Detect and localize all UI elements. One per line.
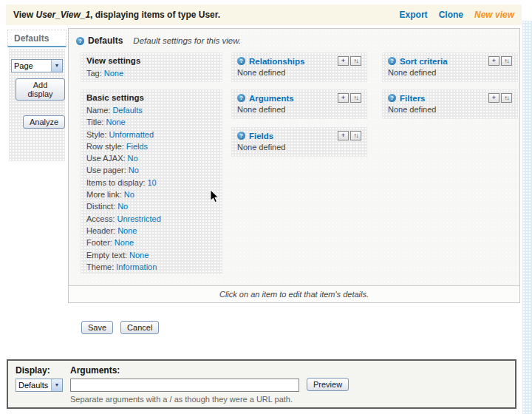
setting-row: Style:Unformatted bbox=[86, 129, 216, 140]
fields-empty-text: None defined bbox=[237, 143, 361, 152]
display-settings-title: Defaults bbox=[88, 35, 123, 46]
sort-criteria-bucket: ? Sort criteria + ↑↓ None defined bbox=[382, 52, 518, 82]
add-icon[interactable]: + bbox=[488, 56, 499, 66]
setting-value-link[interactable]: No bbox=[129, 166, 139, 174]
relationships-empty-text: None defined bbox=[237, 68, 361, 77]
setting-label: Theme: bbox=[86, 262, 114, 271]
setting-value-link[interactable]: Unrestricted bbox=[117, 214, 161, 223]
setting-value-link[interactable]: None bbox=[129, 251, 149, 259]
preview-panel: Display: Defaults ▼ Arguments: Preview S… bbox=[7, 359, 516, 409]
display-settings-subtitle: Default settings for this view. bbox=[133, 36, 241, 45]
setting-value-link[interactable]: None bbox=[117, 226, 137, 235]
setting-label: Header: bbox=[86, 226, 115, 235]
display-label: Display: bbox=[16, 365, 50, 376]
setting-label: Title: bbox=[86, 118, 103, 126]
setting-value-link[interactable]: None bbox=[115, 238, 134, 247]
filters-title-link[interactable]: Filters bbox=[400, 94, 426, 103]
sort-criteria-title-link[interactable]: Sort criteria bbox=[400, 57, 448, 66]
dropdown-arrow-icon: ▼ bbox=[51, 60, 62, 72]
view-name: User_View_1 bbox=[35, 10, 90, 20]
setting-label: Name: bbox=[86, 106, 110, 115]
setting-value-link[interactable]: No bbox=[124, 190, 134, 199]
setting-row: Tag:None bbox=[86, 67, 216, 79]
arguments-help-text: Separate arguments with a / as though th… bbox=[70, 395, 293, 404]
add-icon[interactable]: + bbox=[488, 93, 499, 103]
filters-empty-text: None defined bbox=[388, 105, 512, 114]
save-button[interactable]: Save bbox=[81, 321, 113, 334]
setting-value-link[interactable]: Defaults bbox=[112, 106, 142, 115]
setting-row: Name:Defaults bbox=[86, 104, 216, 116]
relationships-bucket: ? Relationships + ↑↓ None defined bbox=[231, 52, 367, 82]
preview-arguments-input[interactable] bbox=[70, 379, 299, 392]
setting-label: Items to display: bbox=[86, 178, 145, 187]
preview-display-select[interactable]: Defaults ▼ bbox=[16, 379, 63, 392]
tab-defaults[interactable]: Defaults bbox=[7, 30, 66, 47]
display-type-select[interactable]: Page ▼ bbox=[11, 59, 63, 72]
setting-row: More link:No bbox=[86, 189, 216, 200]
rearrange-icon[interactable]: ↑↓ bbox=[350, 93, 361, 103]
setting-row: Title:None bbox=[86, 116, 216, 128]
help-icon[interactable]: ? bbox=[388, 94, 396, 102]
setting-label: Empty text: bbox=[86, 251, 127, 259]
view-settings-title: View settings bbox=[86, 56, 140, 65]
edit-hint-bar: Click on an item to edit that item's det… bbox=[69, 285, 519, 302]
preview-display-select-value: Defaults bbox=[16, 379, 51, 391]
rearrange-icon[interactable]: ↑↓ bbox=[501, 56, 512, 66]
display-list-panel: Page ▼ Add display Analyze bbox=[9, 49, 65, 161]
view-settings-box: View settings Tag:None bbox=[81, 52, 222, 82]
setting-label: Style: bbox=[86, 130, 107, 139]
setting-row: Use AJAX:No bbox=[86, 152, 216, 164]
arguments-bucket: ? Arguments + ↑↓ None defined bbox=[231, 89, 367, 119]
preview-button[interactable]: Preview bbox=[307, 378, 349, 391]
add-icon[interactable]: + bbox=[338, 93, 349, 103]
tab-defaults-label: Defaults bbox=[14, 33, 49, 44]
add-display-button[interactable]: Add display bbox=[16, 78, 65, 101]
sort-criteria-empty-text: None defined bbox=[388, 68, 512, 77]
setting-label: More link: bbox=[86, 190, 122, 199]
help-icon[interactable]: ? bbox=[237, 57, 245, 65]
setting-row: Use pager:No bbox=[86, 164, 216, 176]
setting-value-link[interactable]: No bbox=[128, 154, 138, 163]
view-title-prefix: View bbox=[13, 10, 35, 20]
setting-row: Items to display:10 bbox=[86, 177, 216, 189]
setting-label: Tag: bbox=[86, 69, 102, 78]
setting-label: Use pager: bbox=[86, 166, 126, 174]
new-view-link[interactable]: New view bbox=[474, 10, 514, 20]
export-link[interactable]: Export bbox=[400, 10, 428, 20]
help-icon[interactable]: ? bbox=[237, 94, 245, 102]
setting-label: Footer: bbox=[86, 238, 112, 247]
add-icon[interactable]: + bbox=[338, 131, 349, 140]
display-settings-panel: ? Defaults Default settings for this vie… bbox=[68, 28, 520, 303]
cancel-button[interactable]: Cancel bbox=[120, 321, 159, 334]
setting-value-link[interactable]: Fields bbox=[126, 142, 148, 151]
setting-value-link[interactable]: Information bbox=[116, 262, 157, 271]
setting-value-link[interactable]: Unformatted bbox=[109, 130, 154, 139]
setting-value-link[interactable]: 10 bbox=[147, 178, 156, 187]
arguments-empty-text: None defined bbox=[237, 105, 361, 114]
help-icon[interactable]: ? bbox=[388, 57, 396, 65]
view-title-suffix: , displaying items of type User. bbox=[90, 10, 220, 20]
filters-bucket: ? Filters + ↑↓ None defined bbox=[382, 89, 518, 119]
setting-row: Access:Unrestricted bbox=[86, 213, 216, 225]
setting-value-link[interactable]: None bbox=[106, 118, 125, 126]
add-icon[interactable]: + bbox=[338, 56, 349, 66]
analyze-button[interactable]: Analyze bbox=[23, 115, 65, 129]
fields-title-link[interactable]: Fields bbox=[249, 132, 273, 140]
header-links: Export Clone New view bbox=[400, 10, 514, 20]
setting-row: Row style:Fields bbox=[86, 140, 216, 152]
display-type-select-value: Page bbox=[12, 60, 51, 72]
setting-row: Footer:None bbox=[86, 237, 216, 248]
help-icon[interactable]: ? bbox=[76, 37, 84, 45]
relationships-title-link[interactable]: Relationships bbox=[249, 57, 304, 66]
help-icon[interactable]: ? bbox=[237, 132, 245, 140]
rearrange-icon[interactable]: ↑↓ bbox=[350, 131, 361, 140]
setting-row: Header:None bbox=[86, 225, 216, 237]
clone-link[interactable]: Clone bbox=[439, 10, 463, 20]
arguments-title-link[interactable]: Arguments bbox=[249, 94, 294, 103]
setting-value-link[interactable]: No bbox=[117, 202, 128, 211]
basic-settings-title: Basic settings bbox=[86, 93, 144, 102]
rearrange-icon[interactable]: ↑↓ bbox=[501, 93, 512, 103]
setting-value-link[interactable]: None bbox=[104, 69, 123, 78]
rearrange-icon[interactable]: ↑↓ bbox=[350, 56, 361, 66]
view-settings-list: Tag:None bbox=[86, 67, 216, 79]
